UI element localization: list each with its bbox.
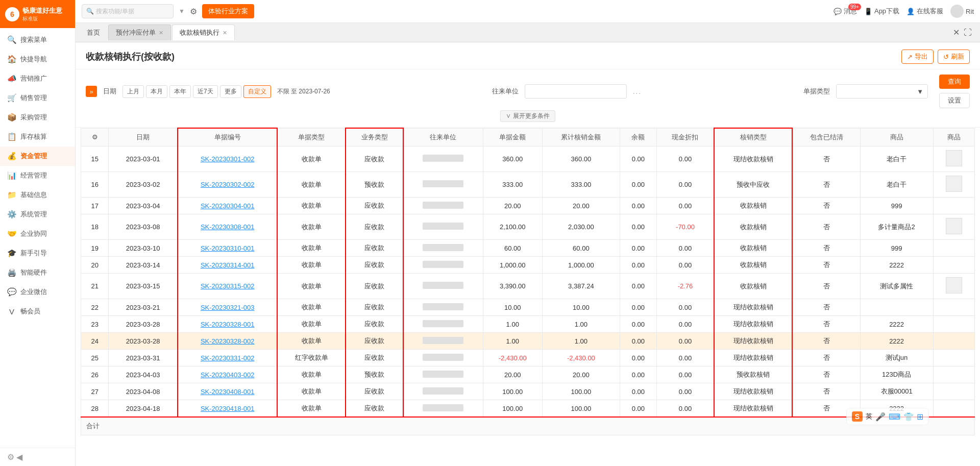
tab-fullscreen-icon[interactable]: ⛶ [964, 28, 972, 37]
sidebar-item-inventory[interactable]: 📋库存核算 [0, 127, 75, 146]
row-settings: 28 [81, 400, 109, 418]
doc-no-link[interactable]: SK-20230315-002 [201, 282, 255, 290]
doc-no-link[interactable]: SK-20230408-001 [201, 388, 255, 396]
sidebar-item-marketing[interactable]: 📣营销推广 [0, 69, 75, 88]
row-cash-discount: -2.76 [656, 274, 714, 299]
col-header-doc_no: 单据编号 [178, 128, 278, 146]
date-more-btn[interactable]: 更多 [220, 85, 241, 98]
tab-close-prepay[interactable]: ✕ [159, 30, 163, 36]
sidebar-item-basic-info[interactable]: 📁基础信息 [0, 185, 75, 205]
table-row: 222023-03-21SK-20230321-003收款单应收款10.0010… [81, 299, 975, 316]
date-7days-btn[interactable]: 近7天 [193, 85, 218, 98]
topbar-gear-icon[interactable]: ⚙ [190, 7, 197, 16]
row-doc-no[interactable]: SK-20230403-002 [178, 366, 278, 383]
col-header-settings[interactable]: ⚙ [81, 128, 109, 146]
settings-btn[interactable]: 设置 [939, 93, 970, 108]
row-product-img [933, 316, 974, 333]
row-amount: 60.00 [483, 240, 542, 257]
row-product-img [933, 366, 974, 383]
row-doc-no[interactable]: SK-20230304-001 [178, 198, 278, 214]
date-this-month-btn[interactable]: 本月 [146, 85, 167, 98]
sidebar-collapse-icon[interactable]: ◀ [16, 452, 22, 462]
row-doc-no[interactable]: SK-20230321-003 [178, 299, 278, 316]
doc-no-link[interactable]: SK-20230304-001 [201, 202, 255, 210]
sidebar-settings-icon[interactable]: ⚙ [7, 452, 14, 462]
doc-no-link[interactable]: SK-20230321-003 [201, 304, 255, 311]
date-custom-btn[interactable]: 自定义 [243, 85, 271, 98]
row-doc-no[interactable]: SK-20230315-002 [178, 274, 278, 299]
sidebar-item-corp-wechat[interactable]: 💬企业微信 [0, 282, 75, 302]
row-balance: 0.00 [620, 198, 656, 214]
date-range-text: 不限 至 2023-07-26 [277, 87, 330, 96]
row-doc-no[interactable]: SK-20230408-001 [178, 383, 278, 400]
doc-no-link[interactable]: SK-20230302-002 [201, 181, 255, 188]
topbar-search-box[interactable]: 🔍 搜索功能/单据 [82, 4, 174, 18]
sidebar-item-quick-nav[interactable]: 🏠快捷导航 [0, 50, 75, 69]
tab-close-receipt-exec[interactable]: ✕ [223, 30, 227, 36]
date-last-month-btn[interactable]: 上月 [122, 85, 144, 98]
doc-no-link[interactable]: SK-20230310-001 [201, 244, 255, 252]
app-download-btn[interactable]: 📱 App下载 [864, 7, 899, 16]
doc-no-link[interactable]: SK-20230331-002 [201, 354, 255, 362]
row-doc-no[interactable]: SK-20230308-001 [178, 214, 278, 240]
row-product-img [933, 274, 974, 299]
row-doc-no[interactable]: SK-20230310-001 [178, 240, 278, 257]
row-doc-no[interactable]: SK-20230328-001 [178, 316, 278, 333]
row-date: 2023-03-01 [109, 146, 178, 172]
filter-expand-icon[interactable]: » [86, 86, 97, 97]
row-balance: 0.00 [620, 316, 656, 333]
row-doc-no[interactable]: SK-20230331-002 [178, 350, 278, 366]
query-btn[interactable]: 查询 [939, 75, 970, 89]
doc-no-link[interactable]: SK-20230301-002 [201, 155, 255, 163]
filter-area: » 日期 上月 本月 本年 近7天 更多 自定义 不限 至 2023-07-26… [76, 69, 980, 128]
sidebar-item-search-menu[interactable]: 🔍搜索菜单 [0, 30, 75, 50]
doc-no-link[interactable]: SK-20230328-001 [201, 321, 255, 328]
sidebar-label-basic-info: 基础信息 [20, 190, 47, 200]
tab-receipt-exec[interactable]: 收款核销执行✕ [172, 24, 235, 40]
sidebar-item-ops-mgmt[interactable]: 📊经营管理 [0, 166, 75, 185]
doc-type-select[interactable]: ▼ [836, 84, 928, 99]
tab-close-all-icon[interactable]: ✕ [953, 28, 960, 37]
doc-no-link[interactable]: SK-20230418-001 [201, 405, 255, 412]
row-doc-no[interactable]: SK-20230418-001 [178, 400, 278, 418]
tab-home[interactable]: 首页 [80, 25, 107, 40]
sidebar-label-quick-nav: 快捷导航 [20, 55, 47, 64]
sidebar-item-purchase-mgmt[interactable]: 📦采购管理 [0, 108, 75, 127]
row-date: 2023-04-03 [109, 366, 178, 383]
row-include-settled: 否 [792, 400, 860, 418]
tab-prepay[interactable]: 预付冲应付单✕ [108, 24, 171, 40]
row-cash-discount: 0.00 [656, 146, 714, 172]
refresh-btn[interactable]: ↺ 刷新 [938, 50, 970, 64]
sidebar-icon-marketing: 📣 [7, 74, 16, 83]
sidebar-item-member[interactable]: V畅会员 [0, 302, 75, 321]
notification-btn[interactable]: 💬 消息 99+ [834, 7, 857, 16]
row-cum-cancel: 20.00 [542, 366, 620, 383]
sidebar-icon-fund-mgmt: 💰 [7, 152, 16, 161]
trial-btn[interactable]: 体验行业方案 [202, 4, 254, 18]
row-doc-type: 收款单 [277, 146, 345, 172]
partner-input[interactable] [525, 84, 627, 99]
sidebar-item-sys-mgmt[interactable]: ⚙️系统管理 [0, 205, 75, 224]
export-btn[interactable]: ↗ 导出 [901, 50, 934, 64]
sidebar-item-sales-mgmt[interactable]: 🛒销售管理 [0, 88, 75, 108]
doc-no-link[interactable]: SK-20230314-001 [201, 261, 255, 269]
online-service-btn[interactable]: 👤 在线客服 [906, 7, 943, 16]
user-profile[interactable]: Rit [950, 5, 974, 18]
doc-no-link[interactable]: SK-20230403-002 [201, 371, 255, 379]
date-this-year-btn[interactable]: 本年 [169, 85, 191, 98]
doc-no-link[interactable]: SK-20230328-002 [201, 337, 255, 345]
row-balance: 0.00 [620, 333, 656, 350]
sidebar-item-fund-mgmt[interactable]: 💰资金管理 [0, 146, 75, 166]
expand-more-btn[interactable]: ∨ 展开更多条件 [500, 110, 555, 122]
row-biz-type: 应收款 [346, 299, 403, 316]
sidebar-item-smart-hw[interactable]: 🖨️智能硬件 [0, 263, 75, 282]
tabs-bar: 首页预付冲应付单✕收款核销执行✕✕⛶ [76, 23, 980, 42]
row-doc-no[interactable]: SK-20230314-001 [178, 257, 278, 274]
row-doc-no[interactable]: SK-20230301-002 [178, 146, 278, 172]
row-doc-no[interactable]: SK-20230328-002 [178, 333, 278, 350]
sidebar-item-newbie[interactable]: 🎓新手引导 [0, 243, 75, 263]
dropdown-arrow-icon[interactable]: ▼ [179, 8, 185, 15]
doc-no-link[interactable]: SK-20230308-001 [201, 223, 255, 231]
sidebar-item-corp-collab[interactable]: 🤝企业协同 [0, 224, 75, 243]
row-doc-no[interactable]: SK-20230302-002 [178, 172, 278, 198]
